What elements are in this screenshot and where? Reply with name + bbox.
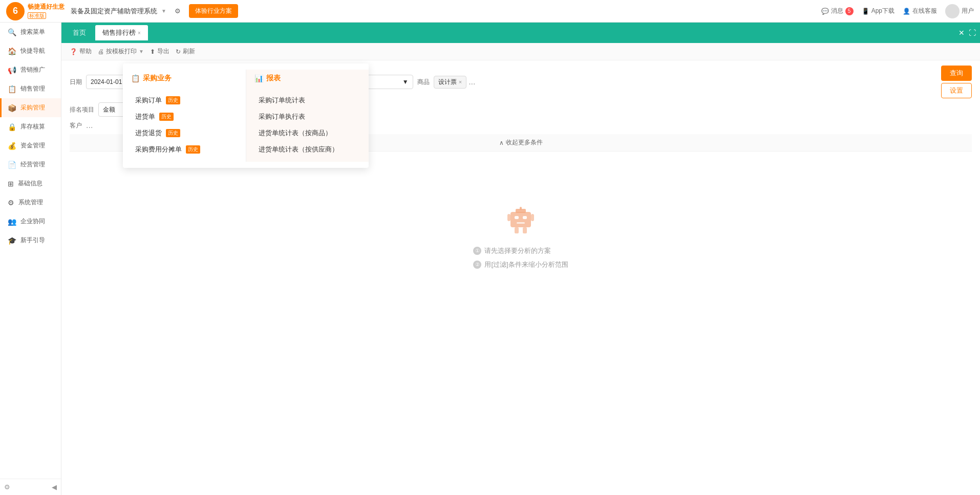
home-icon: 🏠 bbox=[8, 47, 16, 55]
close-window-icon[interactable]: ✕ bbox=[958, 29, 965, 37]
sidebar-item-basic[interactable]: ⊞ 基础信息 bbox=[0, 174, 61, 193]
svg-rect-2 bbox=[523, 216, 527, 219]
system-icon: ⚙ bbox=[8, 199, 14, 207]
sidebar-item-finance[interactable]: 💰 资金管理 bbox=[0, 136, 61, 155]
sidebar-item-corp[interactable]: 👥 企业协同 bbox=[0, 212, 61, 231]
marketing-icon: 📢 bbox=[8, 66, 16, 74]
messages-btn[interactable]: 💬 消息 5 bbox=[821, 7, 854, 15]
history-badge-2: 历史 bbox=[166, 129, 180, 137]
help-icon: ❓ bbox=[70, 48, 77, 55]
dropdown-col-report: 📊 报表 采购订单统计表 采购订单执行表 进货单统计表（按商品） bbox=[246, 70, 369, 162]
dropdown-col1-title: 📋 采购业务 bbox=[131, 74, 238, 86]
svg-rect-0 bbox=[510, 212, 531, 227]
purchase-business-icon: 📋 bbox=[131, 74, 140, 82]
main-area: 🔍 搜索菜单 🏠 快捷导航 📢 营销推广 📋 销售管理 📦 采购管理 🔒 bbox=[0, 23, 980, 495]
collapse-up-icon: ∧ bbox=[499, 139, 504, 146]
dropdown-item-purchase-order[interactable]: 采购订单 历史 bbox=[131, 92, 238, 109]
toolbar-export[interactable]: ⬆ 导出 bbox=[150, 47, 169, 56]
empty-state: ① 请先选择要分析的方案 ② 用[过滤]条件来缩小分析范围 bbox=[61, 157, 980, 312]
page-content: ❓ 帮助 🖨 按模板打印 ▼ ⬆ 导出 ↻ 刷新 bbox=[61, 43, 980, 495]
sidebar-bottom: ⚙ ◀ bbox=[0, 479, 61, 495]
sidebar-item-sales[interactable]: 📋 销售管理 bbox=[0, 79, 61, 98]
system-dropdown-arrow[interactable]: ▼ bbox=[161, 8, 166, 14]
sidebar-item-inventory[interactable]: 🔒 库存核算 bbox=[0, 117, 61, 136]
experience-btn[interactable]: 体验行业方案 bbox=[189, 4, 238, 18]
sidebar-settings-icon[interactable]: ⚙ bbox=[4, 483, 10, 491]
maximize-icon[interactable]: ⛶ bbox=[969, 29, 976, 37]
dropdown-item-goods-stat-by-supplier[interactable]: 进货单统计表（按供应商） bbox=[254, 141, 361, 158]
bill-status-dropdown-icon: ▼ bbox=[402, 78, 409, 85]
sidebar-item-marketing[interactable]: 📢 营销推广 bbox=[0, 60, 61, 79]
sidebar-collapse-icon[interactable]: ◀ bbox=[52, 483, 57, 491]
sidebar-item-newbie[interactable]: 🎓 新手引导 bbox=[0, 231, 61, 250]
print-icon: 🖨 bbox=[98, 48, 104, 55]
finance-icon: 💰 bbox=[8, 142, 16, 150]
sidebar-item-system[interactable]: ⚙ 系统管理 bbox=[0, 193, 61, 212]
toolbar-help[interactable]: ❓ 帮助 bbox=[70, 47, 92, 56]
system-title: 装备及固定资产辅助管理系统 bbox=[71, 7, 157, 16]
toolbar: ❓ 帮助 🖨 按模板打印 ▼ ⬆ 导出 ↻ 刷新 bbox=[61, 43, 980, 60]
dropdown-item-po-exec[interactable]: 采购订单执行表 bbox=[254, 109, 361, 125]
online-service-btn[interactable]: 👤 在线客服 bbox=[903, 7, 937, 15]
settings-btn[interactable]: 设置 bbox=[941, 83, 972, 98]
message-icon: 💬 bbox=[821, 8, 829, 15]
dropdown-item-goods-return[interactable]: 进货退货 历史 bbox=[131, 125, 238, 141]
corp-icon: 👥 bbox=[8, 218, 16, 226]
tab-bar: 首页 销售排行榜 × ✕ ⛶ bbox=[61, 23, 980, 43]
message-badge: 5 bbox=[845, 7, 854, 15]
svg-rect-5 bbox=[520, 207, 522, 210]
tab-bar-right: ✕ ⛶ bbox=[958, 29, 976, 37]
tab-close-icon[interactable]: × bbox=[138, 30, 141, 36]
dropdown-item-po-stat[interactable]: 采购订单统计表 bbox=[254, 92, 361, 109]
tab-sales-ranking[interactable]: 销售排行榜 × bbox=[95, 25, 148, 40]
logo-text-block: 畅捷通好生意 标准版 bbox=[28, 3, 65, 19]
sales-icon: 📋 bbox=[8, 85, 16, 93]
sidebar-item-operation[interactable]: 📄 经营管理 bbox=[0, 155, 61, 174]
search-icon: 🔍 bbox=[8, 28, 16, 36]
empty-tip: ① 请先选择要分析的方案 ② 用[过滤]条件来缩小分析范围 bbox=[473, 245, 568, 271]
svg-rect-7 bbox=[531, 214, 534, 221]
sidebar-item-search[interactable]: 🔍 搜索菜单 bbox=[0, 23, 61, 41]
logo-icon: 6 bbox=[6, 2, 25, 20]
svg-rect-8 bbox=[515, 227, 519, 233]
avatar bbox=[945, 4, 960, 18]
service-icon: 👤 bbox=[903, 8, 910, 15]
customer-more-btn[interactable]: ... bbox=[86, 121, 93, 130]
svg-rect-9 bbox=[523, 227, 527, 233]
goods-tag: 设计票 × bbox=[434, 76, 466, 89]
svg-rect-1 bbox=[515, 216, 519, 219]
inventory-icon: 🔒 bbox=[8, 123, 16, 131]
print-dropdown-icon[interactable]: ▼ bbox=[139, 49, 144, 54]
app-icon: 📱 bbox=[862, 8, 869, 15]
dropdown-col-purchase: 📋 采购业务 采购订单 历史 进货单 历史 进货退货 bbox=[123, 70, 246, 162]
history-badge-1: 历史 bbox=[159, 113, 174, 121]
top-right: 💬 消息 5 📱 App下载 👤 在线客服 用户 bbox=[821, 4, 974, 18]
tab-home[interactable]: 首页 bbox=[66, 25, 93, 40]
goods-more-btn[interactable]: ... bbox=[468, 77, 475, 87]
report-icon: 📊 bbox=[254, 74, 263, 82]
sidebar-item-quicknav[interactable]: 🏠 快捷导航 bbox=[0, 41, 61, 60]
settings-icon-btn[interactable]: ⚙ bbox=[171, 4, 185, 18]
content-area: 首页 销售排行榜 × ✕ ⛶ ❓ 帮助 bbox=[61, 23, 980, 495]
rank-label: 排名项目 bbox=[70, 105, 94, 114]
toolbar-print[interactable]: 🖨 按模板打印 ▼ bbox=[98, 47, 144, 56]
customer-area: ... bbox=[86, 121, 93, 130]
toolbar-refresh[interactable]: ↻ 刷新 bbox=[176, 47, 195, 56]
app-container: 6 畅捷通好生意 标准版 装备及固定资产辅助管理系统 ▼ ⚙ 体验行业方案 💬 … bbox=[0, 0, 980, 495]
logo-area: 6 畅捷通好生意 标准版 bbox=[6, 2, 65, 20]
app-download-btn[interactable]: 📱 App下载 bbox=[862, 7, 894, 15]
refresh-icon: ↻ bbox=[176, 48, 181, 55]
dropdown-item-purchase-expense[interactable]: 采购费用分摊单 历史 bbox=[131, 141, 238, 158]
goods-filter-area: 设计票 × ... bbox=[434, 76, 476, 89]
empty-illustration bbox=[500, 198, 541, 239]
newbie-icon: 🎓 bbox=[8, 236, 16, 245]
operation-icon: 📄 bbox=[8, 161, 16, 169]
sidebar-item-purchase[interactable]: 📦 采购管理 bbox=[0, 98, 61, 117]
query-btn[interactable]: 查询 bbox=[941, 66, 972, 81]
user-btn[interactable]: 用户 bbox=[945, 4, 974, 18]
dropdown-item-goods-stat-by-goods[interactable]: 进货单统计表（按商品） bbox=[254, 125, 361, 141]
dropdown-item-goods-receipt[interactable]: 进货单 历史 bbox=[131, 109, 238, 125]
goods-tag-remove[interactable]: × bbox=[459, 79, 462, 85]
top-bar: 6 畅捷通好生意 标准版 装备及固定资产辅助管理系统 ▼ ⚙ 体验行业方案 💬 … bbox=[0, 0, 980, 23]
history-badge-3: 历史 bbox=[186, 145, 200, 154]
